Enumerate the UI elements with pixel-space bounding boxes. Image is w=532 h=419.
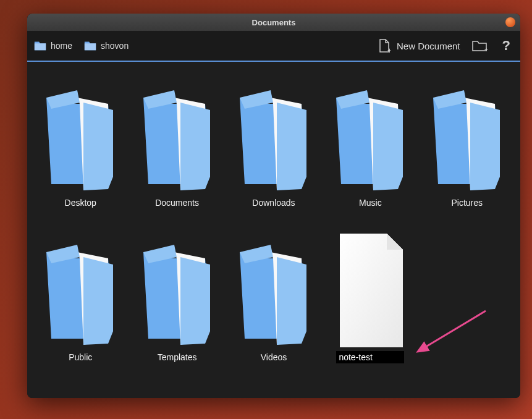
rename-input[interactable] <box>336 351 404 363</box>
breadcrumb: home shovon <box>33 40 378 52</box>
folder-item[interactable]: Desktop <box>32 66 129 220</box>
file-item[interactable] <box>322 220 418 375</box>
folder-icon <box>137 227 217 351</box>
folder-item[interactable]: Documents <box>129 66 225 220</box>
item-label: Desktop <box>65 198 96 208</box>
item-label: Documents <box>155 198 199 208</box>
breadcrumb-label: shovon <box>101 41 129 51</box>
svg-text:+: + <box>387 46 391 53</box>
new-document-button[interactable]: + New Document <box>378 38 460 53</box>
toolbar: home shovon + <box>27 31 520 62</box>
item-label: Public <box>69 352 92 362</box>
folder-item[interactable]: Templates <box>129 220 225 375</box>
folder-item[interactable]: Public <box>32 220 129 375</box>
folder-icon <box>234 73 314 197</box>
svg-text:+: + <box>484 46 488 52</box>
file-grid: Desktop Documents Downloads Music Pictur… <box>27 62 520 398</box>
folder-item[interactable]: Videos <box>226 220 322 375</box>
item-label: Pictures <box>452 198 483 208</box>
titlebar[interactable]: Documents <box>27 14 520 31</box>
folder-icon <box>40 73 120 197</box>
folder-icon <box>83 40 97 52</box>
close-icon[interactable] <box>505 17 515 27</box>
item-label: Templates <box>158 352 197 362</box>
item-label: Videos <box>261 352 287 362</box>
help-icon[interactable]: ? <box>499 38 514 54</box>
folder-icon <box>330 73 410 197</box>
new-folder-button[interactable]: + <box>471 40 488 52</box>
item-label: Music <box>359 198 382 208</box>
window-title: Documents <box>252 18 296 27</box>
new-document-label: New Document <box>397 41 460 51</box>
folder-item[interactable]: Music <box>322 66 418 220</box>
folder-icon <box>427 73 507 197</box>
document-plus-icon: + <box>378 38 391 53</box>
item-label: Downloads <box>252 198 295 208</box>
folder-icon <box>137 73 217 197</box>
toolbar-actions: + New Document + ? <box>378 38 514 54</box>
folder-item[interactable]: Downloads <box>226 66 322 220</box>
breadcrumb-item-home[interactable]: home <box>33 40 72 52</box>
breadcrumb-item-shovon[interactable]: shovon <box>83 40 129 52</box>
folder-icon <box>40 227 120 351</box>
breadcrumb-label: home <box>51 41 72 51</box>
folder-icon <box>33 40 47 52</box>
folder-icon <box>234 227 314 351</box>
file-manager-window: Documents home <box>27 14 520 398</box>
file-icon <box>330 227 410 351</box>
folder-item[interactable]: Pictures <box>419 66 515 220</box>
